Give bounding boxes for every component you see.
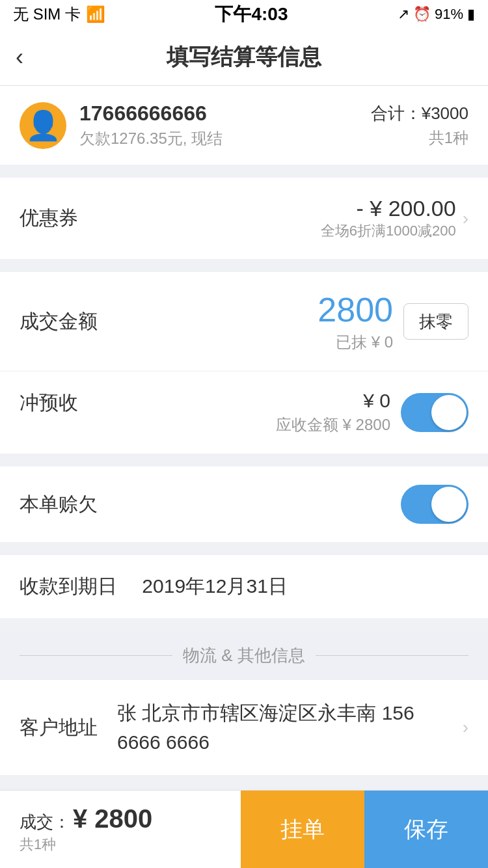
total-label: 合计：¥3000 — [371, 102, 468, 125]
prepayment-label: 冲预收 — [20, 390, 78, 416]
status-bar-right: ↗ ⏰ 91% ▮ — [398, 6, 475, 23]
sim-label: 无 SIM 卡 — [13, 4, 81, 25]
deal-amount-right: 2800 已抹 ¥ 0 抹零 — [318, 290, 468, 353]
avatar-icon: 👤 — [25, 109, 61, 142]
address-label: 客户地址 — [20, 714, 98, 741]
logistics-label: 物流 & 其他信息 — [183, 644, 305, 667]
deferred-toggle[interactable] — [401, 485, 468, 524]
battery-label: 91% — [435, 6, 463, 23]
address-row[interactable]: 客户地址 张 北京市市辖区海淀区永丰南 156 6666 6666 › — [0, 680, 488, 775]
status-bar: 无 SIM 卡 📶 下午4:03 ↗ ⏰ 91% ▮ — [0, 0, 488, 29]
hold-button[interactable]: 挂单 — [241, 791, 364, 868]
deferred-section: 本单赊欠 — [0, 467, 488, 542]
deferred-label: 本单赊欠 — [20, 491, 98, 518]
bottom-summary-count: 共1种 — [20, 835, 221, 854]
avatar: 👤 — [20, 102, 66, 149]
customer-left: 👤 17666666666 欠款1276.35元, 现结 — [20, 102, 223, 149]
prepayment-amount: ¥ 0 — [276, 390, 390, 412]
due-date-label: 收款到期日 — [20, 575, 117, 597]
deferred-toggle-knob — [431, 487, 467, 522]
toggle-knob — [431, 395, 467, 430]
chevron-right-icon: › — [463, 208, 468, 229]
round-zero-button[interactable]: 抹零 — [403, 303, 468, 340]
prepayment-right: ¥ 0 应收金额 ¥ 2800 — [276, 390, 468, 435]
status-bar-time: 下午4:03 — [215, 2, 288, 27]
deal-amount-value: 2800 — [318, 290, 393, 329]
prepayment-sub: 应收金额 ¥ 2800 — [276, 414, 390, 435]
deal-amount-row: 成交金额 2800 已抹 ¥ 0 抹零 — [0, 272, 488, 372]
total-count: 共1种 — [371, 128, 468, 148]
wifi-icon: 📶 — [86, 5, 105, 23]
nav-bar: ‹ 填写结算等信息 — [0, 29, 488, 86]
customer-info: 17666666666 欠款1276.35元, 现结 — [79, 102, 223, 149]
coupon-amount: - ¥ 200.00 — [321, 196, 456, 221]
customer-right: 合计：¥3000 共1种 — [371, 102, 468, 148]
status-bar-left: 无 SIM 卡 📶 — [13, 4, 105, 25]
coupon-right: - ¥ 200.00 全场6折满1000减200 › — [321, 196, 468, 241]
address-chevron-icon: › — [463, 717, 468, 738]
location-icon: ↗ — [398, 6, 409, 23]
logistics-separator: 物流 & 其他信息 — [0, 631, 488, 680]
customer-sub: 欠款1276.35元, 现结 — [79, 128, 223, 149]
coupon-desc: 全场6折满1000减200 — [321, 221, 456, 241]
sep-line-left — [20, 655, 172, 656]
bottom-summary-label: 成交： — [20, 811, 70, 834]
customer-card: 👤 17666666666 欠款1276.35元, 现结 合计：¥3000 共1… — [0, 86, 488, 165]
coupon-row[interactable]: 优惠券 - ¥ 200.00 全场6折满1000减200 › — [0, 178, 488, 259]
deal-amount-label: 成交金额 — [20, 308, 98, 335]
page-title: 填写结算等信息 — [167, 42, 321, 72]
address-value: 张 北京市市辖区海淀区永丰南 156 6666 6666 — [117, 698, 452, 757]
bottom-summary-amount: ¥ 2800 — [73, 804, 152, 834]
sep-line-right — [316, 655, 468, 656]
bottom-summary: 成交： ¥ 2800 共1种 — [0, 791, 241, 868]
back-button[interactable]: ‹ — [16, 44, 23, 71]
deferred-row: 本单赊欠 — [0, 467, 488, 542]
prepayment-toggle[interactable] — [401, 393, 468, 432]
customer-phone: 17666666666 — [79, 102, 223, 126]
amount-section: 成交金额 2800 已抹 ¥ 0 抹零 冲预收 ¥ 0 应收金额 ¥ 2800 — [0, 272, 488, 454]
due-date-value: 2019年12月31日 — [142, 575, 287, 597]
deal-amount-sub: 已抹 ¥ 0 — [318, 332, 393, 353]
due-date-row: 收款到期日 2019年12月31日 — [0, 555, 488, 618]
alarm-icon: ⏰ — [413, 6, 431, 23]
coupon-label: 优惠券 — [20, 205, 78, 232]
battery-icon: ▮ — [467, 6, 475, 23]
bottom-bar: 成交： ¥ 2800 共1种 挂单 保存 — [0, 790, 488, 868]
save-button[interactable]: 保存 — [364, 791, 488, 868]
prepayment-row: 冲预收 ¥ 0 应收金额 ¥ 2800 — [0, 372, 488, 454]
